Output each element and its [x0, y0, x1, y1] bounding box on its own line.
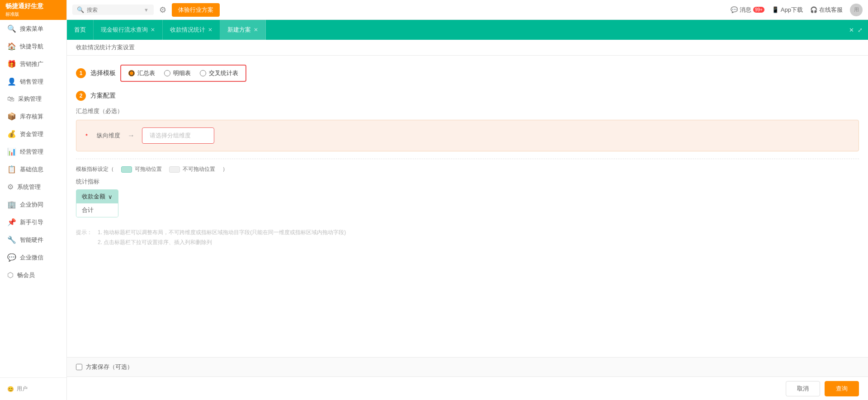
- member-icon: ⬡: [7, 271, 14, 279]
- sidebar-item-enterprise[interactable]: 🏢企业协同: [0, 196, 66, 213]
- metrics-card-row-label: 合计: [82, 207, 94, 213]
- sidebar-item-label-guide: 新手引导: [20, 218, 43, 226]
- tabbar: 首页现金银行流水查询✕收款情况统计✕新建方案✕ ✕ ⤢: [67, 20, 868, 40]
- sidebar-item-inventory[interactable]: 📦库存核算: [0, 108, 66, 125]
- sidebar-item-purchase[interactable]: 🛍采购管理: [0, 90, 66, 108]
- tip-item-2: 2. 点击标题栏下拉可设置排序、插入列和删除列: [76, 238, 859, 248]
- sidebar-item-operations[interactable]: 📊经营管理: [0, 143, 66, 160]
- sidebar-item-label-member: 畅会员: [17, 271, 35, 279]
- sidebar-bottom: 😊用户: [0, 377, 66, 400]
- tab-new-plan[interactable]: 新建方案✕: [220, 20, 266, 40]
- sidebar-item-label-marketing: 营销推广: [20, 60, 43, 68]
- sidebar-item-wechat[interactable]: 💬企业微信: [0, 249, 66, 266]
- consult-button[interactable]: 🎧 在线客服: [810, 6, 843, 14]
- sidebar-item-label-enterprise: 企业协同: [20, 201, 43, 209]
- messages-label: 消息: [740, 6, 751, 14]
- dim-select-placeholder: 请选择分组维度: [150, 132, 191, 140]
- metrics-card-title: 收款金额: [82, 193, 105, 201]
- metrics-legend: 模板指标设定（ 可拖动位置 不可拖动位置 ）: [76, 165, 859, 173]
- guide-icon: 📌: [7, 218, 16, 226]
- save-checkbox[interactable]: [76, 364, 82, 370]
- step2-number: 2: [76, 91, 86, 101]
- template-cross[interactable]: 交叉统计表: [200, 69, 238, 77]
- wechat-icon: 💬: [7, 253, 16, 262]
- chevron-down-icon: ▼: [144, 7, 149, 13]
- dim-select-input[interactable]: 请选择分组维度: [142, 127, 214, 144]
- dimension-section-label: 汇总维度（必选）: [76, 107, 859, 115]
- tip-item-1: 提示： 1. 拖动标题栏可以调整布局，不可跨维度或指标区域拖动目字段(只能在同一…: [76, 228, 859, 238]
- tab-label-home: 首页: [74, 26, 86, 34]
- metrics-card-header[interactable]: 收款金额 ∨: [76, 190, 118, 203]
- gear-icon[interactable]: ⚙: [159, 5, 166, 15]
- template-summary-radio[interactable]: [128, 70, 135, 76]
- hardware-icon: 🔧: [7, 235, 16, 244]
- sidebar-item-label-basic: 基础信息: [20, 165, 43, 174]
- dim-required-mark: *: [85, 132, 88, 139]
- sidebar-item-sales[interactable]: 👤销售管理: [0, 73, 66, 90]
- sidebar-item-finance[interactable]: 💰资金管理: [0, 125, 66, 143]
- sidebar-item-guide[interactable]: 📌新手引导: [0, 213, 66, 231]
- legend-non-draggable: 不可拖动位置: [169, 165, 215, 173]
- sidebar-item-label-hardware: 智能硬件: [20, 236, 43, 244]
- tab-home[interactable]: 首页: [67, 20, 94, 40]
- messages-button[interactable]: 💬 消息 99+: [731, 6, 764, 14]
- metrics-legend-suffix: ）: [222, 165, 228, 173]
- expand-icon[interactable]: ⤢: [858, 27, 863, 33]
- cancel-button[interactable]: 取消: [786, 381, 820, 396]
- template-detail-radio[interactable]: [164, 70, 170, 76]
- tab-bank-flow[interactable]: 现金银行流水查询✕: [94, 20, 163, 40]
- metrics-legend-prefix: 模板指标设定（: [76, 165, 114, 173]
- sidebar-bottom-item-1[interactable]: 😊用户: [0, 381, 66, 396]
- finance-icon: 💰: [7, 130, 16, 138]
- dropdown-icon: ∨: [108, 193, 113, 200]
- avatar[interactable]: 用: [850, 4, 863, 16]
- dimension-box: * 纵向维度 → 请选择分组维度: [76, 120, 859, 151]
- sidebar-item-basic[interactable]: 📋基础信息: [0, 160, 66, 178]
- trial-button[interactable]: 体验行业方案: [172, 3, 220, 17]
- page-body: 1 选择模板 汇总表 明细表: [67, 56, 868, 357]
- tab-close-bank-flow[interactable]: ✕: [151, 27, 155, 33]
- sidebar-item-label-purchase: 采购管理: [18, 95, 42, 103]
- sidebar-item-label-wechat: 企业微信: [20, 254, 43, 262]
- template-detail[interactable]: 明细表: [164, 69, 191, 77]
- sidebar-item-search[interactable]: 🔍搜索菜单: [0, 20, 66, 38]
- template-selector: 汇总表 明细表 交叉统计表: [120, 65, 246, 82]
- close-window-icon[interactable]: ✕: [849, 27, 854, 33]
- sidebar-item-label-system: 系统管理: [17, 183, 41, 191]
- sidebar-logo: 畅捷通好生意 标准版: [0, 0, 66, 20]
- sidebar-item-label-quick-nav: 快捷导航: [20, 42, 43, 51]
- sidebar-item-quick-nav[interactable]: 🏠快捷导航: [0, 38, 66, 55]
- dim-field-label: 纵向维度: [97, 132, 120, 140]
- sidebar-item-system[interactable]: ⚙系统管理: [0, 178, 66, 196]
- step1-title: 选择模板: [90, 69, 116, 77]
- system-icon: ⚙: [7, 183, 14, 191]
- metrics-card: 收款金额 ∨ 合计: [76, 189, 118, 217]
- template-summary[interactable]: 汇总表: [128, 69, 155, 77]
- legend-draggable: 可拖动位置: [121, 165, 162, 173]
- template-summary-label: 汇总表: [137, 69, 155, 77]
- non-draggable-legend-box: [169, 166, 180, 173]
- tab-label-bank-flow: 现金银行流水查询: [101, 26, 148, 34]
- sidebar-item-label-operations: 经营管理: [20, 148, 43, 156]
- sidebar-item-marketing[interactable]: 🎁营销推广: [0, 55, 66, 73]
- topbar-search-box[interactable]: 🔍 ▼: [72, 5, 154, 15]
- app-download-button[interactable]: 📱 App下载: [772, 6, 803, 14]
- sidebar-item-label-finance: 资金管理: [20, 130, 43, 138]
- tab-close-new-plan[interactable]: ✕: [254, 27, 258, 33]
- page: 收款情况统计方案设置 1 选择模板 汇总表: [67, 40, 868, 376]
- tab-close-collection-stat[interactable]: ✕: [208, 27, 212, 33]
- query-button[interactable]: 查询: [825, 381, 859, 396]
- template-cross-radio[interactable]: [200, 70, 206, 76]
- metrics-section: 模板指标设定（ 可拖动位置 不可拖动位置 ）: [76, 165, 859, 219]
- message-icon: 💬: [731, 6, 738, 13]
- dimension-config: 汇总维度（必选） * 纵向维度 → 请选择分组维度: [76, 107, 859, 151]
- sidebar-item-member[interactable]: ⬡畅会员: [0, 266, 66, 284]
- step1-section: 1 选择模板 汇总表 明细表: [76, 65, 859, 82]
- search-input[interactable]: [87, 7, 141, 13]
- consult-label: 在线客服: [819, 6, 843, 14]
- sales-icon: 👤: [7, 77, 16, 86]
- sidebar-item-hardware[interactable]: 🔧智能硬件: [0, 231, 66, 249]
- draggable-legend-label: 可拖动位置: [135, 165, 162, 173]
- tab-collection-stat[interactable]: 收款情况统计✕: [163, 20, 220, 40]
- draggable-legend-box: [121, 166, 132, 173]
